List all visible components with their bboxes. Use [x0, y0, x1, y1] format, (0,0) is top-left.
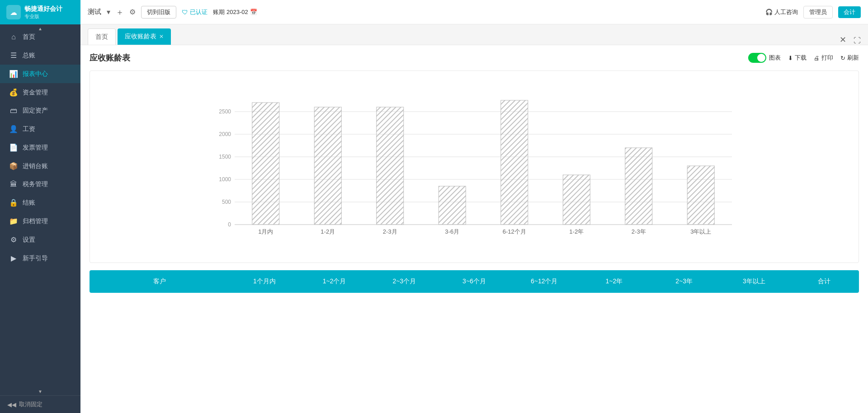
manager-button[interactable]: 管理员 — [803, 6, 833, 19]
svg-rect-23 — [563, 175, 590, 225]
header-6~12个月: 6~12个月 — [509, 270, 579, 293]
header-客户: 客户 — [90, 270, 229, 293]
switch-version-button[interactable]: 切到旧版 — [141, 6, 176, 19]
cancel-fixed-button[interactable]: ◀◀ 取消固定 — [0, 395, 80, 413]
ledger-icon: ☰ — [9, 51, 18, 60]
chart-toggle[interactable] — [748, 53, 766, 63]
table-header: 客户1个月内1~2个月2~3个月3~6个月6~12个月1~2年2~3年3年以上合… — [90, 270, 859, 293]
sidebar-item-salary[interactable]: 👤 工资 — [0, 120, 80, 138]
sidebar-item-archive[interactable]: 📁 归档管理 — [0, 212, 80, 230]
invoice-icon: 📄 — [9, 143, 18, 152]
sidebar-label-guide: 新手引导 — [23, 254, 48, 263]
page-header: 应收账龄表 图表 ⬇ 下载 🖨 打印 — [90, 52, 859, 63]
svg-text:1-2年: 1-2年 — [569, 228, 584, 235]
download-label: 下载 — [795, 54, 807, 62]
sidebar-label-home: 首页 — [23, 33, 35, 41]
content-area: 应收账龄表 图表 ⬇ 下载 🖨 打印 — [80, 45, 868, 413]
consult-button[interactable]: 🎧 人工咨询 — [765, 8, 798, 16]
svg-rect-13 — [252, 103, 279, 225]
svg-text:2000: 2000 — [219, 131, 231, 137]
tab-aging-label: 应收账龄表 — [125, 33, 156, 41]
setting-icon[interactable]: ⚙ — [129, 8, 136, 16]
period-label: 账期 — [213, 8, 225, 16]
tabs-close-button[interactable]: ✕ — [840, 35, 846, 45]
chart-toggle-wrap: 图表 — [748, 53, 781, 63]
consult-label: 人工咨询 — [774, 8, 798, 16]
sidebar-label-fixed: 固定资产 — [23, 107, 48, 115]
sidebar-item-guide[interactable]: ▶ 新手引导 — [0, 249, 80, 268]
toggle-knob — [757, 54, 765, 62]
reports-icon: 📊 — [9, 70, 18, 78]
print-button[interactable]: 🖨 打印 — [814, 54, 833, 62]
sidebar-label-invoice: 发票管理 — [23, 144, 48, 152]
workspace-dropdown[interactable]: ▾ — [107, 8, 110, 16]
svg-text:6-12个月: 6-12个月 — [503, 228, 526, 235]
headset-icon: 🎧 — [765, 9, 773, 15]
refresh-button[interactable]: ↻ 刷新 — [840, 54, 859, 62]
svg-text:1500: 1500 — [219, 154, 231, 160]
tab-aging[interactable]: 应收账龄表 ✕ — [118, 28, 171, 45]
tab-home-label: 首页 — [95, 33, 108, 41]
logo-text: 畅捷通好会计 — [24, 5, 62, 13]
svg-text:0: 0 — [228, 221, 231, 228]
add-workspace-button[interactable]: ＋ — [116, 7, 124, 18]
header-2~3个月: 2~3个月 — [369, 270, 439, 293]
sidebar-nav: ⌂ 首页 ☰ 总账 📊 报表中心 💰 资金管理 🗃 固定资产 👤 工资 📄 发票… — [0, 24, 80, 271]
header-1个月内: 1个月内 — [229, 270, 299, 293]
fund-icon: 💰 — [9, 88, 18, 97]
tabs-expand-button[interactable]: ⛶ — [854, 37, 861, 45]
svg-text:2500: 2500 — [219, 108, 231, 115]
calendar-icon[interactable]: 📅 — [250, 9, 257, 15]
period-value: 2023-02 — [226, 9, 248, 15]
home-icon: ⌂ — [9, 33, 18, 41]
sidebar-item-reports[interactable]: 📊 报表中心 — [0, 65, 80, 83]
sidebar-item-ledger[interactable]: ☰ 总账 — [0, 46, 80, 65]
print-icon: 🖨 — [814, 55, 820, 61]
close-icon: 🔒 — [9, 198, 18, 207]
sidebar-item-fixed[interactable]: 🗃 固定资产 — [0, 102, 80, 120]
header-合计: 合计 — [789, 270, 859, 293]
fixed-icon: 🗃 — [9, 107, 18, 115]
header-1~2年: 1~2年 — [579, 270, 649, 293]
sidebar-scroll: ▲ ⌂ 首页 ☰ 总账 📊 报表中心 💰 资金管理 🗃 固定资产 👤 工资 📄 … — [0, 24, 80, 395]
sidebar-item-close[interactable]: 🔒 结账 — [0, 193, 80, 212]
download-button[interactable]: ⬇ 下载 — [788, 54, 807, 62]
chart-toggle-label: 图表 — [769, 54, 781, 62]
svg-rect-25 — [625, 148, 652, 225]
sidebar-label-archive: 归档管理 — [23, 217, 48, 225]
sidebar-logo: ☁ 畅捷通好会计 专业版 — [0, 0, 80, 24]
sidebar-label-settings: 设置 — [23, 236, 35, 244]
cancel-fixed-icon: ◀◀ — [7, 401, 16, 408]
sidebar-item-invoice[interactable]: 📄 发票管理 — [0, 138, 80, 157]
header-3~6个月: 3~6个月 — [439, 270, 509, 293]
shield-icon: 🛡 — [182, 9, 188, 16]
sidebar-label-trade: 进销台账 — [23, 162, 48, 170]
tab-home[interactable]: 首页 — [88, 28, 116, 45]
sidebar-item-tax[interactable]: 🏛 税务管理 — [0, 175, 80, 193]
sidebar-label-tax: 税务管理 — [23, 180, 48, 188]
chart-area: 050010001500200025001月内1-2月2-3月3-6月6-12个… — [90, 70, 859, 263]
svg-text:3年以上: 3年以上 — [690, 228, 711, 235]
sidebar-scroll-up[interactable]: ▲ — [0, 24, 80, 33]
svg-text:2-3年: 2-3年 — [632, 228, 646, 235]
tab-aging-close[interactable]: ✕ — [159, 33, 164, 40]
cancel-fixed-label: 取消固定 — [19, 400, 42, 408]
guide-icon: ▶ — [9, 254, 18, 263]
svg-text:3-6月: 3-6月 — [445, 228, 459, 235]
sidebar-item-fund[interactable]: 💰 资金管理 — [0, 83, 80, 102]
svg-text:1000: 1000 — [219, 176, 231, 183]
role-button[interactable]: 会计 — [838, 6, 861, 18]
sidebar-item-trade[interactable]: 📦 进销台账 — [0, 157, 80, 175]
tabs-bar: 首页 应收账龄表 ✕ ✕ ⛶ — [80, 24, 868, 45]
certified-label: 已认证 — [190, 8, 208, 16]
sidebar-label-salary: 工资 — [23, 125, 35, 133]
main-area: 测试 ▾ ＋ ⚙ 切到旧版 🛡 已认证 账期 2023-02 📅 🎧 人工咨询 … — [80, 0, 868, 413]
workspace-name: 测试 — [88, 8, 101, 16]
sidebar-item-settings[interactable]: ⚙ 设置 — [0, 230, 80, 249]
svg-rect-19 — [439, 186, 466, 225]
table-container: 客户1个月内1~2个月2~3个月3~6个月6~12个月1~2年2~3年3年以上合… — [90, 270, 859, 293]
sidebar: ☁ 畅捷通好会计 专业版 ▲ ⌂ 首页 ☰ 总账 📊 报表中心 💰 资金管理 🗃… — [0, 0, 80, 413]
page-title: 应收账龄表 — [90, 52, 748, 63]
sidebar-scroll-down[interactable]: ▼ — [0, 387, 80, 395]
settings-icon: ⚙ — [9, 235, 18, 244]
